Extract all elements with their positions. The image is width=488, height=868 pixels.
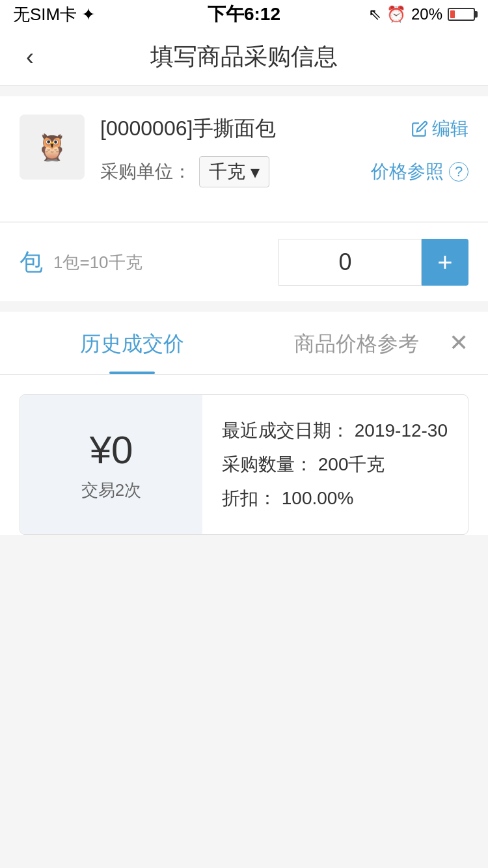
tabs-header: 历史成交价 商品价格参考 ✕ xyxy=(0,312,488,375)
product-info: [0000006]手撕面包 编辑 采购单位： 千克 ▾ xyxy=(100,115,468,187)
conversion-label: 1包=10千克 xyxy=(53,251,142,274)
price-amount: ¥0 xyxy=(90,427,133,472)
status-time: 下午6:12 xyxy=(208,2,280,27)
discount-row: 折扣： 100.00% xyxy=(222,486,448,511)
price-card-left: ¥0 交易2次 xyxy=(20,395,202,534)
product-header: 🦉 [0000006]手撕面包 编辑 采购单位： xyxy=(20,115,468,187)
page-title: 填写商品采购信息 xyxy=(150,41,338,73)
discount-label: 折扣： xyxy=(222,488,277,508)
transaction-count: 交易2次 xyxy=(81,479,141,502)
nav-bar: ‹ 填写商品采购信息 xyxy=(0,29,488,86)
status-left: 无SIM卡 ✦ xyxy=(13,3,96,26)
quantity-plus-button[interactable]: + xyxy=(422,239,468,286)
product-unit-row: 采购单位： 千克 ▾ 价格参照 ? xyxy=(100,156,468,187)
chevron-down-icon: ▾ xyxy=(251,161,260,183)
alarm-icon: ⏰ xyxy=(386,5,406,23)
tab-close-button[interactable]: ✕ xyxy=(442,323,475,363)
product-name: [0000006]手撕面包 xyxy=(100,115,276,143)
status-bar: 无SIM卡 ✦ 下午6:12 ⇖ ⏰ 20% xyxy=(0,0,488,29)
carrier-text: 无SIM卡 ✦ xyxy=(13,3,96,26)
purchase-qty-value: 200千克 xyxy=(318,454,385,474)
purchase-qty-row: 采购数量： 200千克 xyxy=(222,452,448,477)
back-button[interactable]: ‹ xyxy=(20,37,40,77)
recent-date-label: 最近成交日期： xyxy=(222,420,349,441)
recent-date-value: 2019-12-30 xyxy=(355,420,448,441)
battery-percent: 20% xyxy=(411,5,442,23)
tabs-panel: 历史成交价 商品价格参考 ✕ ¥0 交易2次 最近成交日期： 2019-12-3… xyxy=(0,312,488,535)
price-ref-button[interactable]: 价格参照 ? xyxy=(371,159,468,184)
unit-badge: 包 xyxy=(20,247,43,278)
recent-date-row: 最近成交日期： 2019-12-30 xyxy=(222,418,448,443)
edit-button[interactable]: 编辑 xyxy=(411,116,468,141)
tab-history-price[interactable]: 历史成交价 xyxy=(20,312,244,374)
quantity-section: 包 1包=10千克 + xyxy=(0,223,488,301)
status-right: ⇖ ⏰ 20% xyxy=(368,5,475,23)
battery-icon xyxy=(448,8,475,21)
content-area xyxy=(0,554,488,868)
price-card: ¥0 交易2次 最近成交日期： 2019-12-30 采购数量： 200千克 折… xyxy=(20,394,468,535)
purchase-qty-label: 采购数量： xyxy=(222,454,313,474)
discount-value: 100.00% xyxy=(282,488,354,508)
tab-product-price-ref[interactable]: 商品价格参考 xyxy=(244,312,468,374)
product-card: 🦉 [0000006]手撕面包 编辑 采购单位： xyxy=(0,96,488,221)
quantity-control: + xyxy=(278,239,468,286)
product-name-row: [0000006]手撕面包 编辑 xyxy=(100,115,468,143)
price-card-right: 最近成交日期： 2019-12-30 采购数量： 200千克 折扣： 100.0… xyxy=(202,395,468,534)
unit-select[interactable]: 千克 ▾ xyxy=(199,156,269,187)
unit-left: 采购单位： 千克 ▾ xyxy=(100,156,269,187)
product-thumbnail: 🦉 xyxy=(20,115,85,180)
location-icon: ⇖ xyxy=(368,5,381,23)
purchase-unit-label: 采购单位： xyxy=(100,159,191,184)
quantity-label: 包 1包=10千克 xyxy=(20,247,142,278)
quantity-input[interactable] xyxy=(278,239,422,286)
product-logo-icon: 🦉 xyxy=(36,132,68,163)
question-icon: ? xyxy=(449,162,468,182)
